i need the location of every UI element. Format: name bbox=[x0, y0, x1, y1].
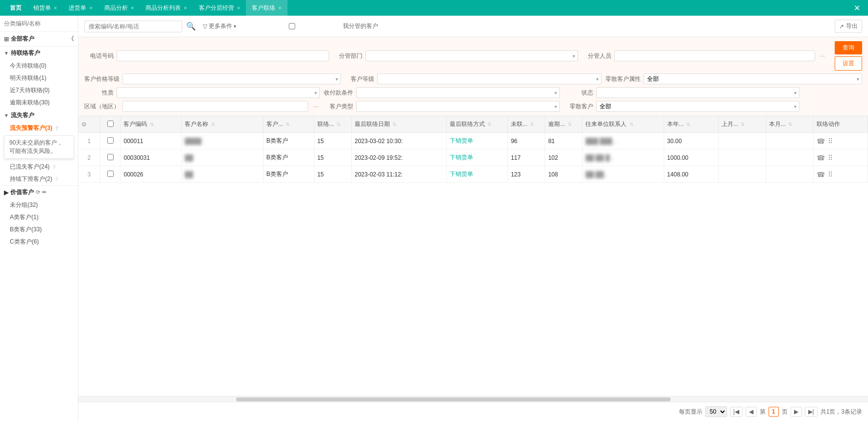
row-last-contact-way[interactable]: 下销货单 bbox=[447, 133, 508, 149]
close-icon[interactable]: × bbox=[237, 5, 240, 11]
edit-icon[interactable]: ✏ bbox=[42, 189, 47, 196]
sidebar-group-value[interactable]: ▶ 价值客户 ⟳ ✏ bbox=[0, 185, 78, 199]
gear-icon[interactable]: ⚙ bbox=[81, 121, 87, 128]
sort-icon[interactable]: ⇅ bbox=[788, 122, 792, 127]
sidebar-item-overdue[interactable]: 逾期未联络(30) bbox=[0, 97, 78, 109]
sort-icon[interactable]: ⇅ bbox=[741, 122, 745, 127]
my-customers-checkbox[interactable] bbox=[243, 23, 341, 29]
sort-icon[interactable]: ⇅ bbox=[487, 122, 491, 127]
phone-icon[interactable]: ☎ bbox=[817, 154, 825, 162]
filter-select-cust-type[interactable] bbox=[356, 101, 559, 112]
filter-input-region[interactable] bbox=[122, 101, 308, 112]
settings-button[interactable]: 设置 bbox=[835, 56, 862, 71]
sidebar-item-c-class[interactable]: C类客户(6) bbox=[0, 236, 78, 248]
search-button[interactable]: 🔍 bbox=[186, 22, 196, 31]
close-icon[interactable]: × bbox=[278, 5, 281, 11]
filter-field-dept: 分管部门 ▾ bbox=[333, 50, 578, 61]
question-icon: ? bbox=[55, 176, 58, 182]
sort-icon[interactable]: ⇅ bbox=[211, 122, 215, 127]
row-select-checkbox[interactable] bbox=[107, 154, 114, 160]
sort-icon[interactable]: ⇅ bbox=[629, 122, 633, 127]
query-button[interactable]: 查询 bbox=[835, 41, 862, 54]
more-action-icon[interactable]: ⠿ bbox=[828, 154, 833, 162]
settings-gear-header[interactable]: ⚙ bbox=[78, 116, 100, 133]
nav-tab-customer-tier[interactable]: 客户分层经营 × bbox=[193, 0, 246, 16]
row-checkbox[interactable] bbox=[100, 149, 121, 166]
filter-select-price-grade[interactable] bbox=[122, 74, 341, 84]
close-icon[interactable]: × bbox=[184, 5, 187, 11]
filter-input-manager[interactable] bbox=[614, 50, 815, 61]
dots-icon[interactable]: ··· bbox=[311, 103, 320, 110]
sidebar-item-declining[interactable]: 持续下滑客户(2) ? bbox=[0, 173, 78, 185]
collapse-icon[interactable]: 《 bbox=[68, 35, 74, 43]
sort-icon[interactable]: ⇅ bbox=[568, 122, 572, 127]
row-last-contact-way[interactable]: 下销货单 bbox=[447, 149, 508, 166]
more-conditions-toggle[interactable]: ▽ 更多条件 ▾ bbox=[200, 20, 239, 32]
sidebar-item-churn-warning[interactable]: 流失预警客户(3) ? bbox=[0, 122, 78, 134]
my-customers-filter[interactable]: 我分管的客户 bbox=[243, 22, 378, 30]
filter-select-retail-attr[interactable]: 全部 bbox=[644, 74, 862, 84]
row-select-checkbox[interactable] bbox=[107, 137, 114, 144]
sort-icon[interactable]: ⇅ bbox=[150, 122, 154, 127]
sidebar-all-customers[interactable]: ⊞ 全部客户 《 bbox=[0, 32, 78, 47]
phone-icon[interactable]: ☎ bbox=[817, 137, 825, 145]
next-page-button[interactable]: ▶ bbox=[791, 407, 802, 417]
category-search-input[interactable] bbox=[4, 20, 77, 27]
sidebar-group-pending[interactable]: ▼ 待联络客户 bbox=[0, 47, 78, 60]
prev-page-button[interactable]: ◀ bbox=[746, 407, 757, 417]
sort-icon[interactable]: ⇅ bbox=[337, 122, 340, 127]
filter-select-payment[interactable] bbox=[356, 87, 559, 98]
row-contact-count: 15 bbox=[314, 166, 351, 183]
more-action-icon[interactable]: ⠿ bbox=[828, 137, 833, 145]
per-page-select[interactable]: 50 bbox=[705, 406, 727, 417]
nav-tab-purchase[interactable]: 进货单 × bbox=[63, 0, 98, 16]
phone-icon[interactable]: ☎ bbox=[817, 171, 825, 178]
sidebar-item-a-class[interactable]: A类客户(1) bbox=[0, 211, 78, 223]
sort-icon[interactable]: ⇅ bbox=[530, 122, 534, 127]
nav-tab-analysis[interactable]: 商品分析 × bbox=[98, 0, 140, 16]
nav-tab-customer-contact[interactable]: 客户联络 × bbox=[246, 0, 287, 16]
sort-icon[interactable]: ⇅ bbox=[392, 122, 396, 127]
dots-icon[interactable]: ··· bbox=[818, 52, 827, 59]
question-icon: ? bbox=[52, 164, 55, 170]
filter-input-phone[interactable] bbox=[117, 50, 329, 61]
sidebar-item-tomorrow[interactable]: 明天待联络(1) bbox=[0, 72, 78, 84]
nav-tab-sales[interactable]: 销货单 × bbox=[27, 0, 63, 16]
select-all-checkbox[interactable] bbox=[107, 121, 114, 127]
filter-action-buttons: 查询 设置 bbox=[835, 41, 862, 71]
sidebar-item-churned[interactable]: 已流失客户(24) ? bbox=[0, 161, 78, 173]
search-input[interactable] bbox=[84, 21, 182, 32]
filter-select-cust-grade[interactable] bbox=[377, 74, 602, 84]
filter-select-status[interactable] bbox=[596, 87, 799, 98]
window-close-button[interactable]: ✕ bbox=[850, 3, 864, 13]
scrollbar-thumb[interactable] bbox=[236, 397, 671, 401]
sort-icon[interactable]: ⇅ bbox=[286, 122, 289, 127]
sidebar-item-ungrouped[interactable]: 未分组(32) bbox=[0, 199, 78, 211]
first-page-button[interactable]: |◀ bbox=[730, 407, 743, 417]
sidebar-item-b-class[interactable]: B类客户(33) bbox=[0, 223, 78, 236]
last-page-button[interactable]: ▶| bbox=[805, 407, 818, 417]
horizontal-scrollbar[interactable] bbox=[78, 396, 868, 402]
close-icon[interactable]: × bbox=[54, 5, 57, 11]
nav-tab-analysis-list[interactable]: 商品分析列表 × bbox=[140, 0, 193, 16]
filter-select-dept[interactable] bbox=[365, 50, 578, 61]
col-overdue: 逾期... ⇅ bbox=[545, 116, 582, 133]
close-icon[interactable]: × bbox=[89, 5, 92, 11]
sidebar-item-7days[interactable]: 近7天待联络(0) bbox=[0, 84, 78, 97]
filter-select-nature[interactable] bbox=[117, 87, 320, 98]
checkbox-header[interactable] bbox=[100, 116, 121, 133]
row-select-checkbox[interactable] bbox=[107, 171, 114, 177]
sort-icon[interactable]: ⇅ bbox=[686, 122, 690, 127]
row-checkbox[interactable] bbox=[100, 166, 121, 183]
export-button[interactable]: ↗ 导出 bbox=[835, 20, 862, 33]
close-icon[interactable]: × bbox=[131, 5, 134, 11]
col-contact-count: 联络... ⇅ bbox=[314, 116, 351, 133]
refresh-icon[interactable]: ⟳ bbox=[36, 189, 40, 196]
row-last-contact-way[interactable]: 下销货单 bbox=[447, 166, 508, 183]
nav-tab-home[interactable]: 首页 bbox=[4, 0, 27, 16]
filter-select-retail-cust[interactable]: 全部 bbox=[596, 101, 799, 112]
sidebar-item-today[interactable]: 今天待联络(0) bbox=[0, 60, 78, 72]
more-action-icon[interactable]: ⠿ bbox=[828, 171, 833, 178]
sidebar-group-churn[interactable]: ▼ 流失客户 bbox=[0, 109, 78, 122]
row-checkbox[interactable] bbox=[100, 133, 121, 149]
